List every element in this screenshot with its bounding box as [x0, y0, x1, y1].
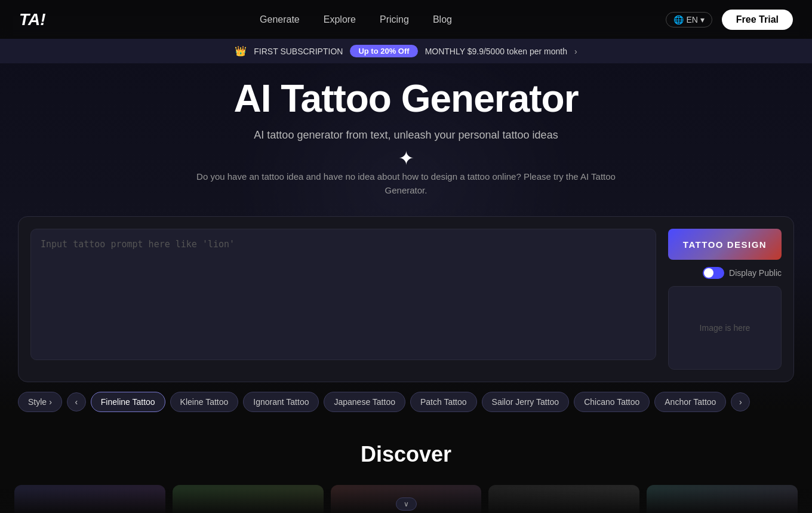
- style-tag-ignorant[interactable]: Ignorant Tattoo: [243, 392, 319, 412]
- hero-title: AI Tattoo Generator: [179, 78, 633, 119]
- style-tag-kleine[interactable]: Kleine Tattoo: [170, 392, 239, 412]
- banner-prefix: FIRST SUBSCRIPTION: [254, 47, 343, 56]
- bottom-expand-bar: ∨: [0, 489, 812, 513]
- crown-icon: 👑: [235, 45, 247, 57]
- expand-button[interactable]: ∨: [396, 497, 417, 511]
- free-trial-button[interactable]: Free Trial: [722, 10, 793, 30]
- banner-arrow-icon[interactable]: ›: [574, 47, 577, 56]
- promo-banner: 👑 FIRST SUBSCRIPTION Up to 20% Off MONTH…: [0, 39, 812, 63]
- toggle-switch[interactable]: [703, 267, 724, 279]
- logo[interactable]: TA!: [19, 10, 46, 29]
- generator-card: TATTOO DESIGN Display Public Image is he…: [18, 216, 794, 382]
- nav-right: 🌐 EN ▾ Free Trial: [666, 10, 793, 30]
- hero-description: Do you have an tattoo idea and have no i…: [179, 170, 633, 197]
- hero-subtitle: AI tattoo generator from text, unleash y…: [179, 129, 633, 142]
- nav-generate[interactable]: Generate: [260, 14, 300, 25]
- discover-title: Discover: [14, 442, 798, 467]
- nav-pricing[interactable]: Pricing: [380, 14, 409, 25]
- style-tags-row: Style › ‹ Fineline Tattoo Kleine Tattoo …: [18, 392, 794, 412]
- lang-label: EN: [686, 15, 697, 24]
- image-placeholder-text: Image is here: [700, 323, 751, 333]
- globe-icon: 🌐: [673, 15, 684, 24]
- prompt-textarea[interactable]: [30, 229, 656, 360]
- tattoo-design-button[interactable]: TATTOO DESIGN: [668, 229, 782, 260]
- scroll-right-button[interactable]: ›: [731, 392, 750, 411]
- style-tag-anchor[interactable]: Anchor Tattoo: [654, 392, 726, 412]
- nav-blog[interactable]: Blog: [433, 14, 452, 25]
- scroll-left-button[interactable]: ‹: [67, 392, 86, 411]
- navbar: TA! Generate Explore Pricing Blog 🌐 EN ▾…: [0, 0, 812, 39]
- banner-suffix: MONTHLY $9.9/5000 token per month: [425, 47, 567, 56]
- logo-text: TA!: [19, 10, 46, 29]
- image-preview-area: Image is here: [668, 286, 782, 370]
- style-tag-japanese[interactable]: Japanese Tattoo: [324, 392, 405, 412]
- display-public-toggle: Display Public: [703, 267, 782, 279]
- style-dropdown-button[interactable]: Style ›: [18, 392, 62, 412]
- right-panel: TATTOO DESIGN Display Public Image is he…: [668, 229, 782, 370]
- chevron-down-icon: ▾: [700, 15, 705, 24]
- sparkle-icon: ✦: [179, 149, 633, 168]
- hero-content: AI Tattoo Generator AI tattoo generator …: [167, 78, 645, 211]
- toggle-knob: [704, 268, 713, 278]
- style-tag-fineline[interactable]: Fineline Tattoo: [91, 392, 165, 412]
- style-tag-patch[interactable]: Patch Tattoo: [410, 392, 477, 412]
- style-tag-sailor-jerry[interactable]: Sailor Jerry Tattoo: [482, 392, 570, 412]
- display-public-label: Display Public: [729, 268, 782, 278]
- nav-explore[interactable]: Explore: [324, 14, 356, 25]
- style-tag-chicano[interactable]: Chicano Tattoo: [574, 392, 650, 412]
- language-selector[interactable]: 🌐 EN ▾: [666, 12, 712, 27]
- style-label: Style: [28, 397, 47, 407]
- chevron-right-icon: ›: [49, 397, 52, 407]
- banner-discount[interactable]: Up to 20% Off: [350, 45, 417, 57]
- prompt-area: [30, 229, 656, 370]
- nav-links: Generate Explore Pricing Blog: [260, 14, 452, 25]
